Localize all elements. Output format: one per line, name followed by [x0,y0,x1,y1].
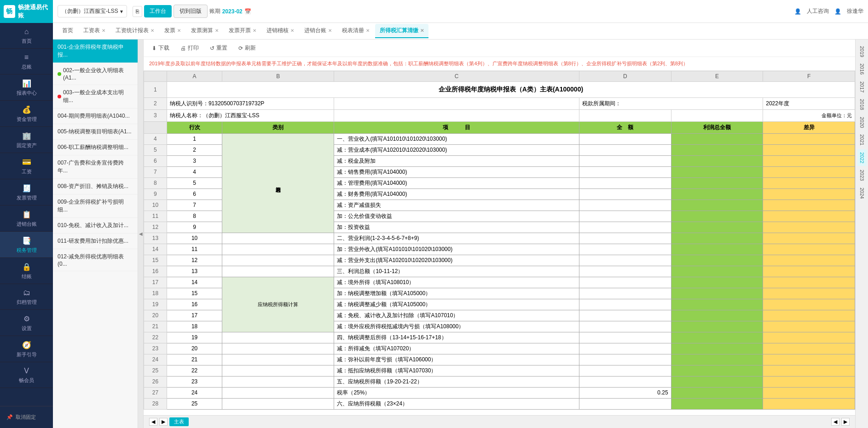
sidebar-item-ledger[interactable]: ≡总账 [0,49,53,74]
sidebar-item-asset[interactable]: 🏢固定资产 [0,127,53,153]
row-profit-21[interactable] [671,354,763,365]
scroll-left-button[interactable]: ◀ [831,418,839,426]
row-profit-10[interactable] [671,233,763,244]
year-2022[interactable]: 2022 [857,149,867,166]
row-profit-5[interactable] [671,177,763,188]
row-diff-5[interactable] [763,177,855,188]
sidebar-item-sales[interactable]: 📋进销台账 [0,205,53,232]
year-2019[interactable]: 2019 [857,43,867,60]
row-profit-20[interactable] [671,343,763,354]
report-item-006[interactable]: 006-职工薪酬纳税调整明细... [53,140,138,155]
row-profit-8[interactable] [671,211,763,222]
row-profit-12[interactable] [671,255,763,266]
row-diff-6[interactable] [763,188,855,200]
tab-tax_clear[interactable]: 税表清册✕ [337,24,374,38]
report-item-011[interactable]: 011-研发费用加计扣除优惠... [53,234,138,249]
report-item-010[interactable]: 010-免税、减计收入及加计... [53,218,138,234]
year-2017[interactable]: 2017 [857,79,867,95]
tab-close-sales_ledger[interactable]: ✕ [328,28,332,33]
report-item-002[interactable]: 002-一般企业收入明细表(A1... [53,63,138,85]
row-profit-17[interactable] [671,310,763,321]
user-name[interactable]: 徐逢华 [847,7,863,15]
sheet-next-button[interactable]: ▶ [159,418,168,426]
tab-invoice_open[interactable]: 发票开票✕ [224,24,261,38]
tab-close-salary[interactable]: ✕ [102,28,105,33]
report-item-001[interactable]: 001-企业所得税年度纳税申报... [53,40,138,63]
tab-purchase[interactable]: 进销稽核✕ [262,24,299,38]
row-amount-5[interactable] [579,177,671,188]
sheet-prev-button[interactable]: ◀ [149,418,157,426]
row-diff-10[interactable] [763,233,855,244]
year-2024[interactable]: 2024 [857,185,867,201]
row-amount-1[interactable] [579,133,671,144]
row-amount-6[interactable] [579,188,671,200]
tab-invoice_list[interactable]: 发票✕ [160,24,185,38]
row-diff-23[interactable] [763,376,855,387]
row-profit-11[interactable] [671,244,763,255]
row-amount-21[interactable] [579,354,671,365]
row-amount-19[interactable] [579,332,671,343]
row-amount-25[interactable] [579,398,671,409]
row-amount-13[interactable] [579,266,671,277]
copy-icon[interactable]: ⎘ [133,6,142,17]
year-2021[interactable]: 2021 [857,131,867,148]
tab-income_tax[interactable]: 所得税汇算清缴✕ [375,24,428,38]
switch-version-button[interactable]: 切到旧版 [174,5,208,18]
row-amount-14[interactable] [579,277,671,288]
calendar-icon[interactable]: 📅 [244,8,251,15]
row-diff-1[interactable] [763,133,855,144]
scroll-right-button[interactable]: ▶ [841,418,850,426]
row-amount-9[interactable] [579,222,671,233]
spreadsheet-container[interactable]: A B C D E F 1企业所得税年度纳税申报表（A类）主表(A100000)… [144,71,855,416]
company-selector[interactable]: （勿删）江西服宝-LSS ▾ [58,5,127,17]
reset-button[interactable]: ↺ 重置 [207,42,230,54]
row-amount-8[interactable] [579,211,671,222]
row-amount-24[interactable]: 0.25 [579,387,671,398]
tab-close-salary_stat[interactable]: ✕ [150,28,154,33]
collapse-panel-button[interactable]: ◀ [138,40,144,428]
row-diff-21[interactable] [763,354,855,365]
row-diff-14[interactable] [763,277,855,288]
sidebar-item-close[interactable]: 🔒结账 [0,258,53,284]
row-diff-25[interactable] [763,398,855,409]
report-item-012[interactable]: 012-减免所得税优惠明细表(0... [53,249,138,271]
sheet-tab-main[interactable]: 主表 [169,417,189,426]
print-button[interactable]: 🖨 打印 [178,42,202,54]
report-item-009[interactable]: 009-企业所得税扩补亏损明细... [53,194,138,218]
download-button[interactable]: ⬇ 下载 [149,42,172,54]
row-profit-4[interactable] [671,166,763,177]
row-profit-25[interactable] [671,398,763,409]
row-diff-13[interactable] [763,266,855,277]
row-diff-8[interactable] [763,211,855,222]
workbench-button[interactable]: 工作台 [144,5,172,17]
sidebar-item-tax[interactable]: 📑税务管理 [0,232,53,258]
row-diff-16[interactable] [763,299,855,310]
row-profit-16[interactable] [671,299,763,310]
row-amount-2[interactable] [579,144,671,155]
sidebar-item-salary[interactable]: 💳工资 [0,153,53,179]
row-amount-3[interactable] [579,155,671,166]
row-profit-23[interactable] [671,376,763,387]
report-item-003[interactable]: 003-一般企业成本支出明细... [53,85,138,108]
row-profit-6[interactable] [671,188,763,200]
tab-close-invoice_calc[interactable]: ✕ [215,28,219,33]
row-amount-12[interactable] [579,255,671,266]
row-amount-23[interactable] [579,376,671,387]
row-profit-24[interactable] [671,387,763,398]
row-profit-3[interactable] [671,155,763,166]
sidebar-item-archive[interactable]: 🗂归档管理 [0,284,53,310]
tab-close-tax_clear[interactable]: ✕ [366,28,370,33]
sidebar-item-invoice[interactable]: 🧾发票管理 [0,179,53,205]
row-profit-18[interactable] [671,321,763,332]
row-profit-7[interactable] [671,200,763,211]
row-amount-17[interactable] [579,310,671,321]
row-diff-24[interactable] [763,387,855,398]
row-profit-15[interactable] [671,288,763,299]
row-diff-9[interactable] [763,222,855,233]
tab-sales_ledger[interactable]: 进销台账✕ [300,24,336,38]
tab-close-income_tax[interactable]: ✕ [420,28,424,33]
sidebar-item-home[interactable]: ⌂首页 [0,23,53,49]
sidebar-item-member[interactable]: V畅会员 [0,362,53,388]
row-diff-2[interactable] [763,144,855,155]
year-2020[interactable]: 2020 [857,114,867,131]
